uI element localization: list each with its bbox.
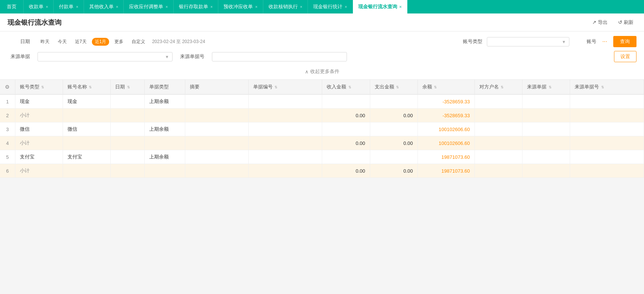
collapse-bar[interactable]: ∧ 收起更多条件	[8, 66, 636, 75]
cell-balance: 100102606.60	[417, 136, 474, 150]
nav-home[interactable]: 首页	[0, 0, 24, 13]
close-icon[interactable]: ×	[76, 4, 78, 9]
page-title: 现金银行流水查询	[8, 18, 62, 27]
export-button[interactable]: ↗ 导出	[589, 18, 611, 27]
row-num: 4	[0, 136, 15, 150]
cell-summary	[185, 109, 249, 122]
account-type-select[interactable]: ▾	[487, 37, 569, 46]
sort-icon: ⇅	[348, 85, 351, 89]
cell-doc-no	[248, 136, 322, 150]
date-btn-1month[interactable]: 近1月	[92, 38, 110, 46]
date-btn-yesterday[interactable]: 昨天	[38, 38, 53, 46]
table-container: ⚙ 账号类型 ⇅ 账号名称 ⇅ 日期 ⇅ 单据类型 摘要	[0, 80, 644, 178]
cell-summary	[185, 164, 249, 178]
cell-counterpart	[474, 109, 522, 122]
table-row: 4小计0.000.00100102606.60	[0, 136, 644, 150]
column-summary[interactable]: 摘要	[185, 80, 249, 94]
table-row: 6小计0.000.0019871073.60	[0, 164, 644, 178]
cell-income	[322, 122, 370, 136]
cell-doc-type: 上期余额	[144, 150, 185, 164]
cell-source-doc	[522, 94, 570, 109]
cell-income: 0.00	[322, 136, 370, 150]
column-account-type[interactable]: 账号类型 ⇅	[15, 80, 63, 94]
nav-tab-yinHangCunQu[interactable]: 银行存取款单 ×	[174, 0, 218, 13]
cell-account-name: 现金	[63, 94, 110, 109]
refresh-button[interactable]: ↺ 刷新	[615, 18, 636, 27]
column-balance[interactable]: 余额 ⇅	[417, 80, 474, 94]
cell-account-name	[63, 136, 110, 150]
cell-income	[322, 150, 370, 164]
cell-summary	[185, 94, 249, 109]
column-income[interactable]: 收入金额 ⇅	[322, 80, 370, 94]
cell-balance: -3528659.33	[417, 109, 474, 122]
nav-tab-qitaShouRuDan[interactable]: 其他收入单 ×	[84, 0, 124, 13]
nav-tab-yingShouTiaoZheng[interactable]: 应收应付调整单 ×	[124, 0, 173, 13]
source-doc-no-input[interactable]	[212, 52, 347, 61]
column-counterpart[interactable]: 对方户名 ⇅	[474, 80, 522, 94]
column-doc-no[interactable]: 单据编号 ⇅	[248, 80, 322, 94]
cell-income: 0.00	[322, 164, 370, 178]
cell-doc-type: 上期余额	[144, 122, 185, 136]
column-doc-type[interactable]: 单据类型	[144, 80, 185, 94]
nav-tab-shouKuanDan[interactable]: 收款单 ×	[24, 0, 54, 13]
settings-button[interactable]: 设置	[614, 51, 636, 62]
cell-source-doc	[522, 109, 570, 122]
column-date[interactable]: 日期 ⇅	[111, 80, 145, 94]
table-header-row: ⚙ 账号类型 ⇅ 账号名称 ⇅ 日期 ⇅ 单据类型 摘要	[0, 80, 644, 94]
cell-account-type: 小计	[15, 109, 63, 122]
column-gear[interactable]: ⚙	[0, 80, 15, 94]
nav-tab-fuKuanDan[interactable]: 付款单 ×	[54, 0, 84, 13]
date-btn-more[interactable]: 更多	[111, 38, 126, 46]
cell-account-name: 支付宝	[63, 150, 110, 164]
data-table: ⚙ 账号类型 ⇅ 账号名称 ⇅ 日期 ⇅ 单据类型 摘要	[0, 80, 644, 178]
close-icon[interactable]: ×	[116, 4, 118, 9]
column-expense[interactable]: 支出金额 ⇅	[370, 80, 417, 94]
column-source-doc[interactable]: 来源单据 ⇅	[522, 80, 570, 94]
chevron-down-icon: ▾	[563, 39, 565, 45]
cell-source-doc	[522, 122, 570, 136]
date-range-display: 2023-02-24 至 2023-03-24	[152, 39, 205, 45]
date-filter-label: 日期	[8, 38, 30, 45]
cell-doc-no	[248, 164, 322, 178]
cell-account-type: 小计	[15, 136, 63, 150]
table-row: 3微信微信上期余额100102606.60	[0, 122, 644, 136]
nav-tab-xianJinLiuShui[interactable]: 现金银行流水查询 ×	[353, 0, 407, 13]
cell-source-doc-no	[570, 164, 644, 178]
query-button[interactable]: 查询	[613, 36, 636, 47]
date-btn-7days[interactable]: 近7天	[72, 38, 90, 46]
cell-counterpart	[474, 150, 522, 164]
cell-expense: 0.00	[370, 109, 417, 122]
close-icon[interactable]: ×	[165, 4, 168, 9]
close-icon[interactable]: ×	[399, 4, 402, 9]
close-icon[interactable]: ×	[300, 4, 302, 9]
source-doc-select[interactable]: ▾	[38, 52, 173, 61]
sort-icon: ⇅	[41, 85, 44, 89]
cell-account-name	[63, 164, 110, 178]
close-icon[interactable]: ×	[255, 4, 257, 9]
cell-source-doc-no	[570, 109, 644, 122]
date-btn-today[interactable]: 今天	[55, 38, 70, 46]
cell-summary	[185, 122, 249, 136]
column-account-name[interactable]: 账号名称 ⇅	[63, 80, 110, 94]
nav-tab-yuShouChong[interactable]: 预收冲应收单 ×	[218, 0, 263, 13]
cell-summary	[185, 136, 249, 150]
sort-icon: ⇅	[396, 85, 399, 89]
cell-date	[111, 150, 145, 164]
cell-summary	[185, 150, 249, 164]
nav-tab-shouKuanHexiao[interactable]: 收款核销执行 ×	[263, 0, 308, 13]
cell-date	[111, 136, 145, 150]
cell-source-doc-no	[570, 94, 644, 109]
nav-tab-xianJinTongJi[interactable]: 现金银行统计 ×	[308, 0, 353, 13]
column-source-doc-no[interactable]: 来源单据号 ⇅	[570, 80, 644, 94]
date-btn-custom[interactable]: 自定义	[129, 38, 148, 46]
cell-income	[322, 94, 370, 109]
cell-source-doc	[522, 136, 570, 150]
account-dots-button[interactable]: ···	[601, 38, 609, 45]
close-icon[interactable]: ×	[46, 4, 48, 9]
cell-doc-no	[248, 122, 322, 136]
cell-doc-type	[144, 136, 185, 150]
sort-icon: ⇅	[549, 85, 552, 89]
close-icon[interactable]: ×	[210, 4, 213, 9]
top-navigation: 首页 收款单 × 付款单 × 其他收入单 × 应收应付调整单 × 银行存取款单 …	[0, 0, 644, 13]
close-icon[interactable]: ×	[345, 4, 347, 9]
